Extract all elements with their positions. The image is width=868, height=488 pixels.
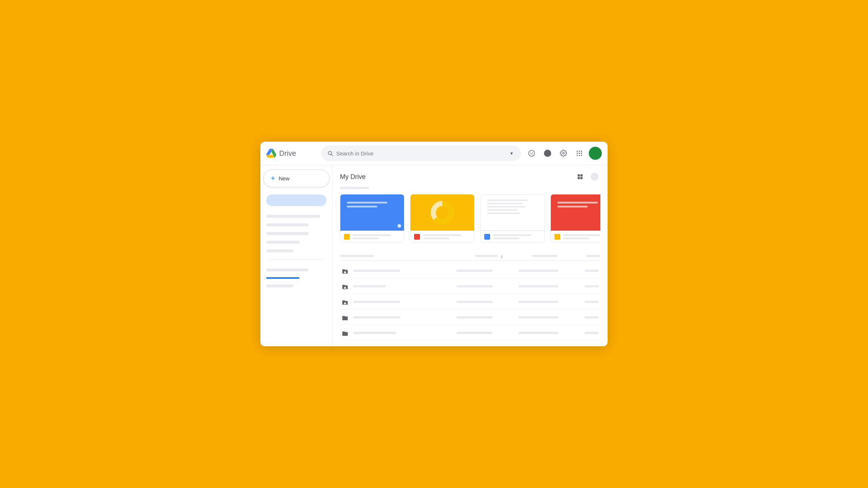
sidebar-item-starred[interactable] [266,241,299,244]
shared-folder-icon-2 [341,283,349,290]
row-name-4 [353,316,400,318]
sidebar-item-computers[interactable] [266,215,320,218]
svg-point-7 [579,153,580,154]
folder-icon-4 [341,314,349,321]
sidebar-item-my-drive[interactable] [266,194,327,206]
user-avatar-button[interactable] [589,147,602,160]
fn-bar [353,234,391,236]
folder-shared-svg [342,268,348,274]
table-row[interactable] [340,264,600,278]
header-icons [525,147,602,160]
file-card-2[interactable] [410,194,475,243]
search-icon [327,150,333,157]
slides-icon-2 [414,234,420,240]
file-card-4[interactable] [550,194,600,243]
sort-modified[interactable] [532,255,557,257]
slides-icon-4 [554,234,560,240]
row-name-1 [353,270,400,272]
donut-chart [430,200,455,225]
svg-point-1 [531,153,531,153]
sort-owner[interactable] [475,255,498,257]
card-info-4 [551,231,600,243]
search-bar[interactable]: ▾ [321,145,521,161]
svg-point-4 [579,151,580,152]
fn-bar [493,237,519,239]
sort-down-icon[interactable]: ↓ [501,253,503,259]
svg-point-5 [581,151,582,152]
sidebar-item-recent[interactable] [266,232,309,235]
card-dot-1 [397,224,401,228]
sort-name[interactable] [340,255,374,257]
row-size-4 [584,316,599,318]
table-row[interactable] [340,326,600,341]
svg-point-2 [532,153,533,153]
table-row[interactable] [340,279,600,294]
shared-folder-icon-3 [341,298,349,305]
file-cards-section [340,194,600,243]
row-size-2 [584,285,599,287]
settings-button[interactable] [557,147,570,160]
sidebar-storage-bar [266,277,299,279]
row-name-5 [353,332,396,334]
row-modified-4 [519,316,558,318]
sidebar-nav [263,193,329,289]
card-line [557,202,598,204]
row-owner-5 [456,332,493,334]
fn-bar [423,237,449,239]
card-lines-3 [487,200,538,216]
svg-rect-12 [578,174,580,176]
file-list [340,264,600,341]
account-button[interactable] [541,147,554,160]
view-controls [574,171,600,183]
main-layout: + New My Drive [260,165,608,346]
file-card-1[interactable] [340,194,404,243]
card-line [347,202,387,204]
row-modified-2 [519,285,558,287]
card-preview-2 [410,194,474,231]
card-line [347,206,377,207]
svg-point-10 [579,155,580,156]
sidebar-item-shared[interactable] [266,223,309,226]
card-preview-4 [551,194,600,231]
svg-point-0 [529,150,535,157]
app-header: Drive ▾ [260,142,608,165]
file-card-3[interactable] [480,194,545,243]
new-button[interactable]: + New [263,170,329,187]
sort-header: ↓ [340,252,600,261]
info-button[interactable] [589,171,600,183]
folder-icon-5 [341,329,349,337]
table-row[interactable] [340,310,600,325]
fn-bar [563,237,590,239]
apps-button[interactable] [573,147,586,160]
table-row[interactable] [340,295,600,309]
row-modified-5 [519,332,558,334]
search-input[interactable] [336,150,505,157]
card-info-2 [410,231,474,243]
grid-view-button[interactable] [574,171,586,183]
folder-svg [342,315,348,320]
drive-window: Drive ▾ [260,142,608,346]
feedback-button[interactable] [525,147,538,160]
feedback-icon [528,150,535,157]
card-info-3 [481,231,544,243]
svg-rect-13 [580,174,583,176]
card-lines-1 [347,202,397,210]
row-owner-3 [456,301,493,303]
slides-icon-1 [344,234,350,240]
sidebar-item-trash[interactable] [266,249,293,252]
apps-icon [576,150,583,157]
row-size-1 [584,270,599,272]
row-owner-4 [456,316,493,318]
sort-size[interactable] [586,255,600,257]
grid-view-icon [577,174,583,180]
svg-point-9 [577,155,578,156]
svg-point-6 [577,153,578,154]
page-title: My Drive [340,173,366,181]
row-modified-3 [519,301,558,303]
fn-bar [493,234,531,236]
shared-folder-icon-1 [341,267,349,274]
new-button-label: New [279,175,290,181]
row-size-5 [584,332,599,334]
search-filter-button[interactable]: ▾ [508,150,515,157]
sidebar: + New [260,165,333,346]
